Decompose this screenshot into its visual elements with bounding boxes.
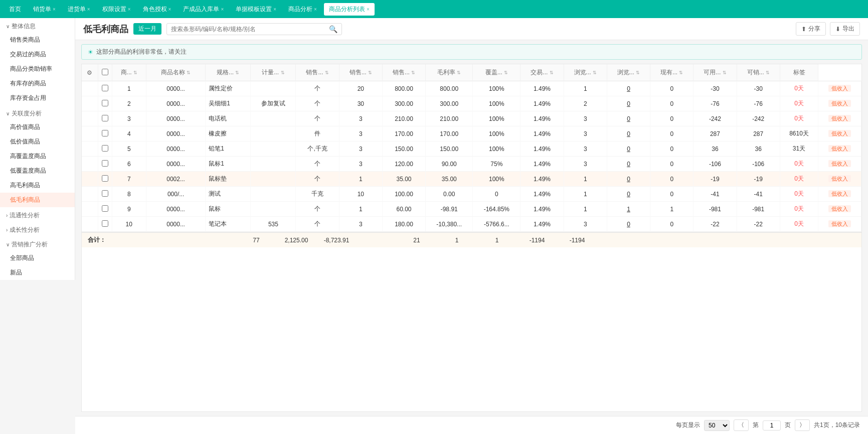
col-sales-qty[interactable]: 销售... ⇅ [296,64,339,81]
col-browse2[interactable]: 浏览... ⇅ [607,64,650,81]
share-button[interactable]: ⬆ 分享 [796,22,826,36]
col-sales-price[interactable]: 销售... ⇅ [339,64,382,81]
row-browse1[interactable]: 0 [607,172,650,187]
sidebar-item-low-value[interactable]: 低价值商品 [0,134,75,149]
close-icon-analysis-list[interactable]: × [367,7,370,12]
nav-item-template[interactable]: 单据模板设置 × [231,3,281,16]
row-select-checkbox[interactable] [102,115,108,121]
row-select-checkbox[interactable] [102,85,108,91]
col-transactions[interactable]: 交易... ⇅ [520,64,564,81]
next-page-button[interactable]: 〉 [795,419,810,431]
time-filter-button[interactable]: 近一月 [133,23,161,35]
notice-text: 这部分商品的利润非常低，请关注 [96,48,187,56]
col-name[interactable]: 商品名称 ⇅ [146,64,206,81]
row-browse1[interactable]: 0 [607,217,650,232]
per-page-select[interactable]: 50 100 200 [704,420,730,431]
row-browse1[interactable]: 1 [607,202,650,217]
close-icon-role[interactable]: × [168,7,171,12]
row-browse1[interactable]: 0 [607,111,650,126]
nav-item-permission[interactable]: 权限设置 × [97,3,136,16]
browse1-link[interactable]: 0 [627,191,630,198]
col-code[interactable]: 商... ⇅ [112,64,146,81]
close-icon-sales[interactable]: × [53,7,56,12]
sidebar-item-low-margin[interactable]: 低毛利商品 [0,193,75,207]
row-browse1[interactable]: 0 [607,141,650,157]
sidebar-item-category-assist[interactable]: 商品分类助销率 [0,62,75,76]
select-all-checkbox[interactable] [102,69,108,75]
row-select-checkbox[interactable] [102,175,108,182]
col-tag[interactable]: 标签 [780,64,818,81]
browse1-link[interactable]: 0 [627,176,630,183]
row-browse1[interactable]: 0 [607,81,650,96]
sidebar-item-all-products[interactable]: 全部商品 [0,251,75,265]
row-browse1[interactable]: 0 [607,126,650,141]
col-gross-margin[interactable]: 毛利率 ⇅ [426,64,473,81]
sidebar-item-sales-products[interactable]: 销售类商品 [0,33,75,47]
page-input[interactable] [763,420,781,430]
sidebar-group-association[interactable]: ∨ 关联度分析 [0,105,75,120]
sidebar-item-traded-products[interactable]: 交易过的商品 [0,47,75,62]
sidebar-group-liquidity[interactable]: › 流通性分析 [0,207,75,222]
close-icon-product[interactable]: × [221,7,224,12]
col-current-stock[interactable]: 现有... ⇅ [650,64,693,81]
browse1-link[interactable]: 0 [627,100,630,107]
row-unit: 个 [296,96,339,111]
col-settings[interactable]: ⚙ [82,64,98,81]
nav-item-home[interactable]: 首页 [4,3,26,16]
sidebar-item-stock-capital[interactable]: 库存资金占用 [0,91,75,105]
search-input[interactable] [171,26,329,33]
nav-item-sales[interactable]: 销货单 × [28,3,61,16]
browse1-link[interactable]: 0 [627,85,630,92]
row-select-checkbox[interactable] [102,205,108,212]
row-select-checkbox[interactable] [102,145,108,152]
col-sellable[interactable]: 可销... ⇅ [737,64,780,81]
sidebar-item-high-coverage[interactable]: 高覆盖度商品 [0,149,75,164]
nav-item-role[interactable]: 角色授权 × [138,3,177,16]
browse1-link[interactable]: 1 [627,206,630,213]
row-select-checkbox[interactable] [102,130,108,136]
nav-label-product: 产成品入库单 [183,5,219,14]
browse1-link[interactable]: 0 [627,115,630,122]
sidebar-label-high-margin: 高毛利商品 [10,182,40,189]
sidebar-item-new-products[interactable]: 新品 [0,265,75,280]
close-icon-analysis[interactable]: × [314,7,317,12]
nav-item-analysis-list[interactable]: 商品分析列表 × [324,3,375,16]
nav-item-purchase[interactable]: 进货单 × [63,3,95,16]
browse1-link[interactable]: 0 [627,146,630,153]
row-select-checkbox[interactable] [102,160,108,167]
export-button[interactable]: ⬇ 导出 [830,22,860,36]
row-select-checkbox[interactable] [102,190,108,197]
page-suffix: 页 [785,421,791,429]
sidebar-item-low-coverage[interactable]: 低覆盖度商品 [0,164,75,178]
row-browse1[interactable]: 0 [607,187,650,202]
row-transactions: 1 [564,202,607,217]
nav-item-analysis[interactable]: 商品分析 × [283,3,322,16]
row-sales-qty: 1 [339,172,382,187]
col-unit-label: 计量... [262,69,279,76]
close-icon-purchase[interactable]: × [87,7,90,12]
browse1-link[interactable]: 0 [627,130,630,137]
sidebar-item-stocked-products[interactable]: 有库存的商品 [0,76,75,91]
sidebar-item-high-value[interactable]: 高价值商品 [0,120,75,134]
row-select-checkbox[interactable] [102,100,108,106]
row-browse1[interactable]: 0 [607,157,650,172]
col-spec[interactable]: 规格... ⇅ [206,64,251,81]
sidebar-group-marketing[interactable]: ∨ 营销推广分析 [0,236,75,251]
nav-item-product[interactable]: 产成品入库单 × [178,3,229,16]
nav-label-purchase: 进货单 [68,5,86,14]
row-select-checkbox[interactable] [102,220,108,227]
row-browse1[interactable]: 0 [607,96,650,111]
sidebar-group-growth[interactable]: › 成长性分析 [0,222,75,236]
sidebar-group-overall[interactable]: ∨ 整体信息 [0,18,75,33]
sidebar-item-high-margin[interactable]: 高毛利商品 [0,178,75,193]
prev-page-button[interactable]: 〈 [734,419,749,431]
col-unit[interactable]: 计量... ⇅ [251,64,296,81]
col-browse1[interactable]: 浏览... ⇅ [564,64,607,81]
close-icon-permission[interactable]: × [128,7,131,12]
close-icon-template[interactable]: × [273,7,276,12]
col-coverage[interactable]: 覆盖... ⇅ [473,64,520,81]
col-available[interactable]: 可用... ⇅ [693,64,737,81]
col-sales-profit[interactable]: 销售... ⇅ [382,64,425,81]
browse1-link[interactable]: 0 [627,221,630,228]
browse1-link[interactable]: 0 [627,161,630,168]
